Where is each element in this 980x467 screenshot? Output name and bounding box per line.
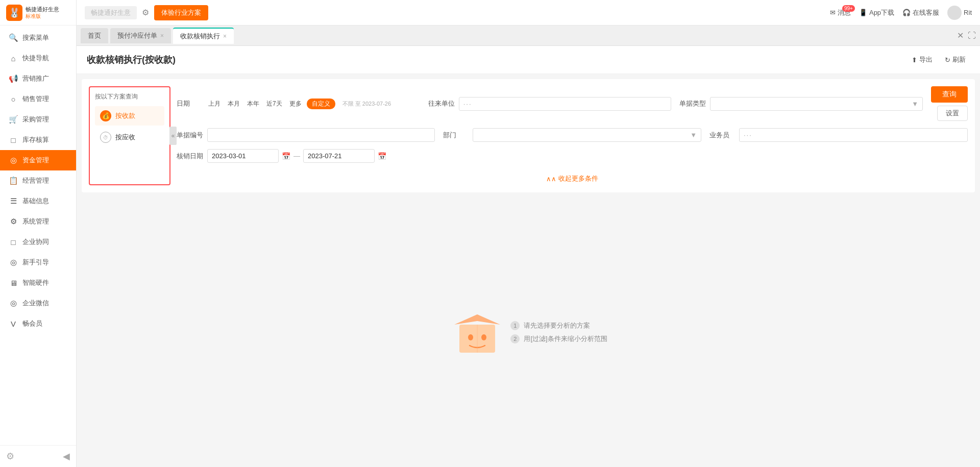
- user-action[interactable]: Rit: [947, 6, 972, 20]
- sidebar-item-enterprise[interactable]: □ 企业协同: [0, 232, 76, 252]
- sidebar-item-basic-info[interactable]: ☰ 基础信息: [0, 191, 76, 211]
- tab-prepay[interactable]: 预付冲应付单 ×: [110, 28, 171, 43]
- refresh-btn[interactable]: ↻ 刷新: [941, 53, 970, 66]
- quick-nav-icon: ⌂: [8, 53, 18, 63]
- quick-date-7days[interactable]: 近7天: [264, 99, 284, 109]
- verify-date-group: 📅 — 📅: [207, 149, 386, 163]
- quick-date-custom[interactable]: 自定义: [307, 99, 335, 109]
- search-menu-icon: 🔍: [8, 33, 18, 43]
- sidebar-item-member[interactable]: V 畅会员: [0, 313, 76, 334]
- collapse-more-icon: ∧∧: [546, 175, 556, 183]
- receipt-option-label: 按收款: [115, 111, 135, 120]
- export-icon: ⬆: [912, 56, 917, 64]
- filter-field-date: 日期 上月 本月 本年 近7天 更多 自定义 不限 至 2023-07-26: [177, 99, 420, 109]
- filter-field-staff: 业务员 ···: [709, 128, 968, 142]
- empty-tip-2: 2 用[过滤]条件来缩小分析范围: [510, 334, 607, 343]
- partner-select-dots: ···: [463, 100, 472, 108]
- settings-icon[interactable]: ⚙: [6, 451, 14, 462]
- sidebar-item-label: 系统管理: [22, 217, 49, 226]
- filter-collapse-btn[interactable]: «: [169, 127, 177, 145]
- sidebar-bottom: ⚙ ◀: [0, 445, 76, 467]
- logo-text: 畅捷通好生意 标准版: [26, 6, 59, 19]
- filter-field-dept: 部门 ▼: [443, 128, 701, 142]
- collapse-more-btn[interactable]: ∧∧ 收起更多条件: [177, 172, 968, 185]
- quick-date-this-year[interactable]: 本年: [245, 99, 261, 109]
- sidebar-item-quick-nav[interactable]: ⌂ 快捷导航: [0, 48, 76, 68]
- service-action[interactable]: 🎧 在线客服: [902, 8, 939, 17]
- user-label: Rit: [964, 9, 972, 16]
- receivable-option-icon: ⏱: [100, 132, 111, 143]
- filter-row-1: 日期 上月 本月 本年 近7天 更多 自定义 不限 至 2023-07-26: [177, 86, 968, 121]
- guide-icon: ◎: [8, 257, 18, 267]
- partner-select[interactable]: ···: [459, 97, 672, 111]
- sidebar-item-search-menu[interactable]: 🔍 搜索菜单: [0, 28, 76, 48]
- enterprise-icon: □: [8, 237, 18, 247]
- tab-collection[interactable]: 收款核销执行 ×: [173, 28, 234, 44]
- dept-select[interactable]: ▼: [473, 128, 701, 142]
- sidebar-item-finance[interactable]: ◎ 资金管理: [0, 150, 76, 170]
- app-download-action[interactable]: 📱 App下载: [859, 8, 894, 17]
- industry-btn[interactable]: 体验行业方案: [154, 5, 208, 20]
- sidebar-item-system[interactable]: ⚙ 系统管理: [0, 211, 76, 232]
- tab-prepay-label: 预付冲应付单: [117, 31, 157, 40]
- tab-collection-close[interactable]: ×: [223, 33, 227, 40]
- sidebar-item-label: 快捷导航: [22, 54, 49, 63]
- topbar-gear-icon[interactable]: ⚙: [142, 8, 149, 17]
- dept-arrow-icon: ▼: [690, 131, 697, 139]
- verify-date-end-cal-icon[interactable]: 📅: [378, 152, 386, 160]
- filter-option-receivable[interactable]: ⏱ 按应收: [95, 128, 164, 147]
- user-avatar: [947, 6, 962, 20]
- bill-type-select[interactable]: ▼: [710, 97, 923, 111]
- receivable-option-label: 按应收: [115, 133, 135, 142]
- filter-field-partner: 往来单位 ···: [428, 97, 672, 111]
- tab-close-all-btn[interactable]: ✕: [957, 31, 964, 40]
- sidebar-item-sales[interactable]: ○ 销售管理: [0, 89, 76, 109]
- filter-sidebar: 按以下方案查询 💰 按收款 ⏱ 按应收 «: [89, 86, 170, 185]
- sidebar-item-operations[interactable]: 📋 经营管理: [0, 170, 76, 191]
- query-btn[interactable]: 查询: [931, 86, 968, 103]
- sidebar-item-guide[interactable]: ◎ 新手引导: [0, 252, 76, 273]
- message-badge: 99+: [842, 5, 855, 12]
- tab-prepay-close[interactable]: ×: [160, 32, 164, 39]
- page-header: 收款核销执行(按收款) ⬆ 导出 ↻ 刷新: [77, 46, 980, 74]
- filter-option-receipt[interactable]: 💰 按收款: [95, 106, 164, 126]
- empty-tips: 1 请先选择要分析的方案 2 用[过滤]条件来缩小分析范围: [510, 321, 607, 343]
- verify-date-start-cal-icon[interactable]: 📅: [282, 152, 290, 160]
- filter-panel: 按以下方案查询 💰 按收款 ⏱ 按应收 « 日期: [82, 79, 975, 192]
- sidebar-item-label: 搜索菜单: [22, 33, 49, 42]
- sidebar-item-hardware[interactable]: 🖥 智能硬件: [0, 273, 76, 293]
- app-label: App下载: [869, 8, 894, 17]
- export-btn[interactable]: ⬆ 导出: [908, 53, 937, 66]
- staff-select[interactable]: ···: [739, 128, 968, 142]
- tab-home[interactable]: 首页: [81, 28, 108, 43]
- verify-date-start[interactable]: [207, 149, 279, 163]
- sidebar-item-marketing[interactable]: 📢 营销推广: [0, 68, 76, 89]
- sidebar-item-label: 采购管理: [22, 115, 49, 124]
- sidebar-item-label: 企业微信: [22, 299, 49, 308]
- settings-btn[interactable]: 设置: [937, 106, 968, 121]
- message-action[interactable]: ✉ 消息 99+: [830, 8, 851, 17]
- date-separator: —: [293, 152, 300, 160]
- verify-date-end[interactable]: [303, 149, 375, 163]
- quick-date-more[interactable]: 更多: [287, 99, 304, 109]
- billno-label: 单据编号: [177, 131, 203, 140]
- sidebar-item-purchase[interactable]: 🛒 采购管理: [0, 109, 76, 130]
- billno-input[interactable]: [207, 128, 435, 142]
- collapse-sidebar-icon[interactable]: ◀: [63, 451, 70, 462]
- quick-dates: 上月 本月 本年 近7天 更多 自定义: [206, 99, 335, 109]
- quick-date-this-month[interactable]: 本月: [226, 99, 242, 109]
- sidebar-item-wechat[interactable]: ◎ 企业微信: [0, 293, 76, 313]
- sidebar-nav: 🔍 搜索菜单 ⌂ 快捷导航 📢 营销推广 ○ 销售管理 🛒 采购管理 □ 库存核…: [0, 26, 76, 445]
- page-actions: ⬆ 导出 ↻ 刷新: [908, 53, 970, 66]
- sidebar-item-label: 畅会员: [22, 319, 42, 328]
- svg-point-4: [481, 334, 486, 340]
- sidebar-item-inventory[interactable]: □ 库存核算: [0, 130, 76, 150]
- filter-field-bill-type: 单据类型 ▼: [679, 97, 923, 111]
- quick-date-last-month[interactable]: 上月: [206, 99, 223, 109]
- sidebar-item-label: 库存核算: [22, 135, 49, 144]
- tab-expand-btn[interactable]: ⛶: [968, 31, 976, 40]
- sidebar-item-label: 企业协同: [22, 237, 49, 247]
- empty-illustration: [449, 307, 500, 358]
- message-icon: ✉: [830, 9, 836, 16]
- filter-field-verify-date: 核销日期 📅 — 📅: [177, 149, 968, 163]
